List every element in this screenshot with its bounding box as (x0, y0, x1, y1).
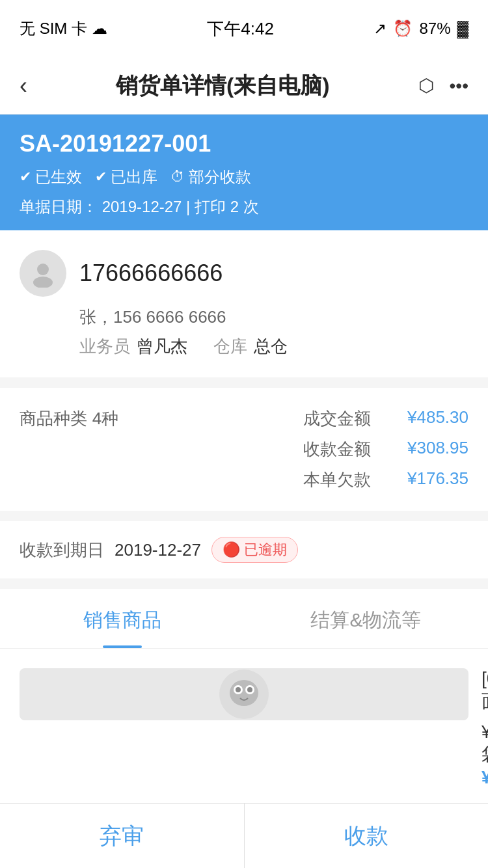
deal-amount-row: 成交金额 ¥485.30 (303, 407, 468, 430)
tab-sales-products[interactable]: 销售商品 (0, 589, 244, 648)
status-bar: 无 SIM 卡 ☁ 下午4:42 ↗ ⏰ 87% ▓ (0, 0, 488, 57)
tag-shipped: ✔ 已出库 (95, 167, 157, 187)
due-label: 收款到期日 (20, 539, 104, 562)
received-value: ¥308.95 (384, 438, 468, 461)
deal-amount-label: 成交金额 (303, 407, 371, 430)
status-left: 无 SIM 卡 ☁ (20, 18, 107, 39)
overdue-badge: 🔴 已逾期 (211, 537, 298, 563)
avatar (20, 250, 66, 297)
received-amount-row: 收款金额 ¥308.95 (303, 438, 468, 461)
svg-point-7 (247, 687, 252, 692)
amount-section: 商品种类 4种 成交金额 ¥485.30 收款金额 ¥308.95 本单欠款 ¥… (0, 388, 488, 511)
tab-settlement-logistics[interactable]: 结算&物流等 (244, 589, 488, 648)
tag-effective: ✔ 已生效 (20, 167, 82, 187)
overdue-icon: 🔴 (223, 541, 240, 558)
sales-value: 曾凡杰 (137, 335, 187, 358)
customer-id: 17666666666 (79, 260, 223, 287)
customer-meta: 业务员 曾凡杰 仓库 总仓 (20, 335, 468, 358)
nav-actions: ⬡ ••• (418, 75, 468, 96)
amount-right: 成交金额 ¥485.30 收款金额 ¥308.95 本单欠款 ¥176.35 (303, 407, 468, 491)
product-count-value: 4种 (92, 409, 118, 428)
location-icon: ↗ (373, 20, 386, 38)
due-section: 收款到期日 2019-12-27 🔴 已逾期 (0, 521, 488, 578)
warehouse-value: 总仓 (254, 335, 288, 358)
deal-amount-value: ¥485.30 (384, 407, 468, 430)
user-avatar-icon (29, 259, 57, 288)
product-total-1: ¥199.99 (481, 767, 488, 787)
tabs-section: 销售商品 结算&物流等 (0, 589, 488, 649)
check-icon-2: ✔ (95, 169, 107, 185)
status-time: 下午4:42 (207, 18, 274, 40)
owed-label: 本单欠款 (303, 468, 371, 491)
back-button[interactable]: ‹ (20, 72, 27, 100)
discard-review-button[interactable]: 弃审 (0, 804, 245, 868)
page-title: 销货单详情(来自电脑) (116, 71, 330, 101)
svg-point-1 (33, 277, 53, 288)
warehouse-label: 仓库 (213, 335, 247, 358)
product-price-row-1: ¥40 x 5 袋 = ¥199.99 (481, 722, 488, 788)
svg-point-3 (230, 680, 258, 706)
battery-level: 87% (419, 20, 450, 38)
order-header-banner: SA-20191227-001 ✔ 已生效 ✔ 已出库 ⏱ 部分收款 单据日期：… (0, 115, 488, 230)
status-right: ↗ ⏰ 87% ▓ (373, 20, 468, 38)
product-info-1: [0000002]面包 ¥40 x 5 袋 = ¥199.99 (481, 668, 488, 788)
sales-label: 业务员 (79, 335, 130, 358)
order-tags: ✔ 已生效 ✔ 已出库 ⏱ 部分收款 (20, 167, 468, 187)
order-id: SA-20191227-001 (20, 130, 468, 157)
list-item: [0000002]面包 ¥40 x 5 袋 = ¥199.99 (0, 649, 488, 808)
owed-value: ¥176.35 (384, 468, 468, 491)
tabs-row: 销售商品 结算&物流等 (0, 589, 488, 649)
owed-amount-row: 本单欠款 ¥176.35 (303, 468, 468, 491)
alarm-icon: ⏰ (393, 20, 413, 38)
nav-bar: ‹ 销货单详情(来自电脑) ⬡ ••• (0, 57, 488, 115)
owl-placeholder-icon (218, 668, 270, 720)
warehouse: 仓库 总仓 (213, 335, 288, 358)
sales-person: 业务员 曾凡杰 (79, 335, 187, 358)
product-count-block: 商品种类 4种 (20, 407, 118, 430)
product-thumbnail-1 (20, 668, 468, 720)
tag-partial-payment: ⏱ 部分收款 (170, 167, 251, 187)
svg-point-6 (236, 687, 241, 692)
share-icon[interactable]: ⬡ (418, 75, 434, 96)
due-date: 2019-12-27 (115, 540, 201, 560)
more-icon[interactable]: ••• (450, 75, 468, 96)
customer-section: 17666666666 张，156 6666 6666 业务员 曾凡杰 仓库 总… (0, 230, 488, 377)
customer-row: 17666666666 (20, 250, 468, 297)
product-code-name-1: [0000002]面包 (481, 668, 488, 714)
amount-grid: 商品种类 4种 成交金额 ¥485.30 收款金额 ¥308.95 本单欠款 ¥… (20, 407, 468, 491)
customer-detail: 张，156 6666 6666 (20, 306, 468, 329)
check-icon-1: ✔ (20, 169, 31, 185)
sim-status: 无 SIM 卡 ☁ (20, 18, 107, 39)
order-date-line: 单据日期： 2019-12-27 | 打印 2 次 (20, 197, 468, 217)
received-label: 收款金额 (303, 438, 371, 461)
clock-icon: ⏱ (170, 169, 185, 185)
battery-icon: ▓ (457, 20, 468, 38)
product-count-label: 商品种类 (20, 409, 87, 428)
svg-point-0 (37, 264, 49, 275)
bottom-bar: 弃审 收款 (0, 803, 488, 868)
collect-payment-button[interactable]: 收款 (245, 804, 489, 868)
